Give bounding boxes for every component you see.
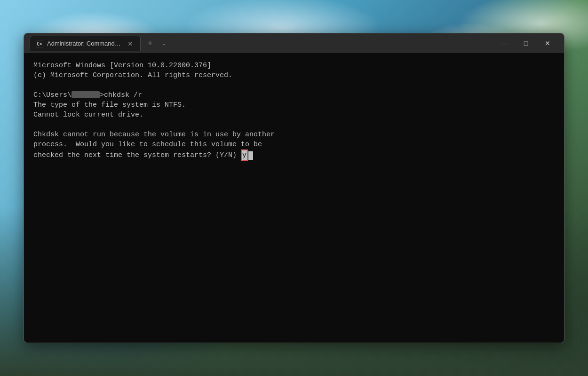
prompt-text: checked the next time the system restart… [33,150,241,160]
maximize-button[interactable]: □ [515,33,537,53]
output-line-5: Cannot lock current drive. [33,110,555,120]
command-text: >chkdsk /r [100,90,142,100]
tab-close-button[interactable]: ✕ [126,39,135,48]
close-button[interactable]: ✕ [537,33,558,53]
output-line-7: process. Would you like to schedule this… [33,140,555,149]
tab-dropdown-button[interactable]: ⌄ [158,37,171,50]
output-line-1: Microsoft Windows [Version 10.0.22000.37… [33,61,555,70]
user-input[interactable]: y [241,149,248,161]
output-line-4: The type of the file system is NTFS. [33,100,555,110]
tab-label: Administrator: Command Promp [47,40,122,47]
cmd-icon: C> [36,40,43,47]
svg-text:C>: C> [37,41,42,47]
terminal-window: C> Administrator: Command Promp ✕ + ⌄ — … [24,33,564,343]
tab-area: C> Administrator: Command Promp ✕ + ⌄ [30,33,493,53]
output-line-6: Chkdsk cannot run because the volume is … [33,130,555,140]
output-line-2: (c) Microsoft Corporation. All rights re… [33,70,555,80]
terminal-body[interactable]: Microsoft Windows [Version 10.0.22000.37… [24,53,564,343]
blank-line-2 [33,120,555,130]
active-tab[interactable]: C> Administrator: Command Promp ✕ [30,36,141,51]
command-line: C:\Users\>chkdsk /r [33,90,555,100]
minimize-button[interactable]: — [493,33,515,53]
cursor [248,151,253,160]
window-controls: — □ ✕ [493,33,558,53]
prompt-line: checked the next time the system restart… [33,149,555,161]
titlebar: C> Administrator: Command Promp ✕ + ⌄ — … [24,33,564,53]
prompt-prefix: C:\Users\ [33,90,72,100]
username-redacted [72,91,100,98]
blank-line-1 [33,80,555,90]
new-tab-button[interactable]: + [143,36,158,51]
